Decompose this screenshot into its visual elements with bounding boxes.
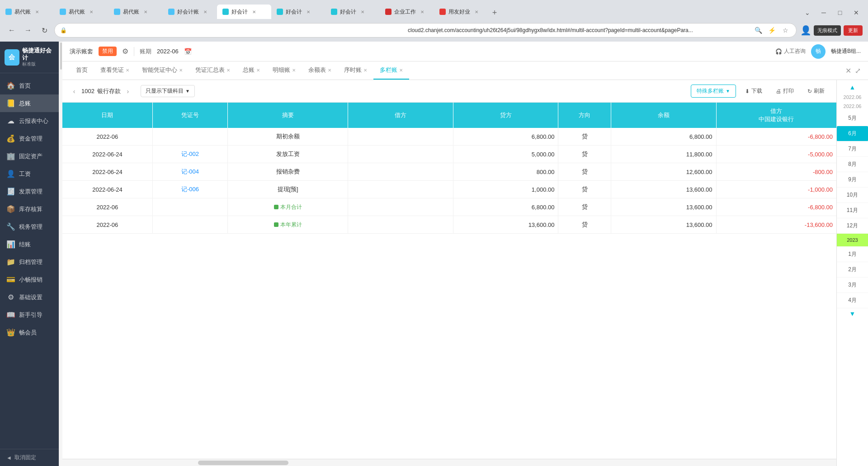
browser-tab-1[interactable]: 易代账 ✕: [0, 5, 54, 19]
tab-close-3[interactable]: ✕: [144, 9, 147, 14]
sidebar-scroll-thumb[interactable]: [60, 42, 62, 70]
tab-home[interactable]: 首页: [70, 61, 94, 80]
bookmark-icon[interactable]: ☆: [780, 25, 791, 36]
download-button[interactable]: ⬇ 下载: [741, 85, 767, 97]
month-item-6[interactable]: 6月: [837, 126, 868, 141]
tab-close-2[interactable]: ✕: [90, 9, 93, 14]
tab-smart-voucher[interactable]: 智能凭证中心 ✕: [136, 61, 189, 80]
sidebar-item-cloud-report[interactable]: ☁ 云报表中心: [0, 112, 59, 130]
month-item-5[interactable]: 5月: [837, 111, 868, 126]
tab-view-voucher-close[interactable]: ✕: [126, 68, 129, 73]
calendar-icon[interactable]: 📅: [184, 48, 192, 55]
consult-button[interactable]: 🎧 人工咨询: [775, 47, 806, 55]
browser-tab-4[interactable]: 好会计账 ✕: [163, 5, 217, 19]
sidebar-item-home[interactable]: 🏠 首页: [0, 77, 59, 94]
print-button[interactable]: 🖨 打印: [771, 85, 798, 97]
sidebar-item-invoice[interactable]: 🧾 发票管理: [0, 183, 59, 200]
month-item-4-2023[interactable]: 4月: [837, 293, 868, 308]
tab-close-7[interactable]: ✕: [361, 9, 364, 14]
sidebar-item-fixed-assets[interactable]: 🏢 固定资产: [0, 147, 59, 165]
scrollbar-thumb[interactable]: [198, 461, 288, 465]
month-item-11[interactable]: 11月: [837, 203, 868, 218]
month-item-3-2023[interactable]: 3月: [837, 278, 868, 293]
special-multi-button[interactable]: 特殊多栏账 ▼: [691, 85, 736, 98]
browser-tab-8[interactable]: 企业工作 ✕: [380, 5, 434, 19]
reload-button[interactable]: ↻: [38, 24, 51, 37]
sidebar-item-payroll[interactable]: 👤 工资: [0, 165, 59, 183]
new-tab-button[interactable]: +: [488, 6, 501, 19]
browser-tab-5[interactable]: 好会计 ✕: [217, 5, 271, 19]
month-scroll-up-button[interactable]: ▲: [837, 82, 868, 93]
ledger-table-container[interactable]: 日期 凭证号 摘要 借方 贷方 方向 余额 借方中国建设银行: [62, 103, 836, 459]
month-item-1-2023[interactable]: 1月: [837, 247, 868, 262]
forward-button[interactable]: →: [22, 24, 34, 37]
profile-icon[interactable]: 👤: [800, 25, 811, 36]
next-subject-button[interactable]: ›: [123, 87, 132, 96]
refresh-button[interactable]: ↻ 刷新: [803, 85, 829, 97]
tab-close-6[interactable]: ✕: [307, 9, 310, 14]
tab-balance[interactable]: 余额表 ✕: [302, 61, 338, 80]
sidebar-item-member[interactable]: 👑 畅会员: [0, 324, 59, 341]
tab-close-1[interactable]: ✕: [35, 9, 39, 14]
sidebar-item-inventory[interactable]: 📦 库存核算: [0, 200, 59, 218]
sidebar-item-archive[interactable]: 📁 归档管理: [0, 253, 59, 271]
user-name[interactable]: 畅捷通B组...: [831, 47, 861, 55]
month-scroll-down-button[interactable]: ▼: [837, 308, 868, 319]
tab-close-4[interactable]: ✕: [203, 9, 207, 14]
month-item-10[interactable]: 10月: [837, 188, 868, 203]
browser-tab-3[interactable]: 易代账 ✕: [108, 5, 163, 19]
sidebar-item-tax[interactable]: 🔧 税务管理: [0, 218, 59, 235]
voucher-link[interactable]: 记-006: [181, 186, 199, 193]
back-button[interactable]: ←: [5, 24, 18, 37]
tab-close-8[interactable]: ✕: [420, 9, 424, 14]
tab-journal[interactable]: 序时账 ✕: [338, 61, 373, 80]
tab-general-ledger-close[interactable]: ✕: [256, 68, 260, 73]
tab-detail-ledger[interactable]: 明细账 ✕: [266, 61, 302, 80]
tab-detail-ledger-close[interactable]: ✕: [292, 68, 296, 73]
tab-balance-close[interactable]: ✕: [328, 68, 331, 73]
update-button[interactable]: 更新: [844, 25, 863, 36]
minimize-button[interactable]: ─: [817, 6, 830, 19]
month-item-7[interactable]: 7月: [837, 141, 868, 157]
incognito-button[interactable]: 无痕模式: [814, 25, 841, 36]
sidebar-item-close-account[interactable]: 📊 结账: [0, 235, 59, 253]
extension-icon[interactable]: ⚡: [766, 25, 777, 36]
horizontal-scrollbar[interactable]: [62, 459, 836, 466]
search-icon[interactable]: 🔍: [753, 25, 764, 36]
tab-voucher-summary-close[interactable]: ✕: [226, 68, 230, 73]
browser-tab-7[interactable]: 好会计 ✕: [326, 5, 380, 19]
month-item-8[interactable]: 8月: [837, 157, 868, 172]
sidebar-item-expense[interactable]: 💳 小畅报销: [0, 271, 59, 288]
sidebar-item-fund[interactable]: 💰 资金管理: [0, 130, 59, 147]
tab-list-button[interactable]: ⌄: [801, 6, 814, 19]
browser-tab-9[interactable]: 用友好业 ✕: [434, 5, 488, 19]
unpin-button[interactable]: ◄ 取消固定: [6, 454, 52, 461]
tab-voucher-summary[interactable]: 凭证汇总表 ✕: [189, 61, 236, 80]
tab-close-9[interactable]: ✕: [475, 9, 478, 14]
panel-maximize-icon[interactable]: ⤢: [855, 66, 861, 75]
prev-subject-button[interactable]: ‹: [70, 87, 79, 96]
panel-close-icon[interactable]: ✕: [845, 66, 851, 75]
browser-tab-2[interactable]: 易代账 ✕: [54, 5, 108, 19]
voucher-link[interactable]: 记-004: [181, 168, 199, 175]
tab-journal-close[interactable]: ✕: [363, 68, 367, 73]
tab-view-voucher[interactable]: 查看凭证 ✕: [94, 61, 136, 80]
user-avatar[interactable]: 畅: [811, 44, 826, 59]
window-close-button[interactable]: ✕: [850, 6, 863, 19]
tab-multi-column[interactable]: 多栏账 ✕: [373, 61, 409, 80]
tab-general-ledger[interactable]: 总账 ✕: [236, 61, 266, 80]
month-item-9[interactable]: 9月: [837, 172, 868, 188]
maximize-button[interactable]: □: [834, 6, 846, 19]
tab-multi-column-close[interactable]: ✕: [399, 68, 403, 73]
sidebar-scrollbar[interactable]: [59, 42, 62, 466]
tab-smart-voucher-close[interactable]: ✕: [179, 68, 183, 73]
voucher-link[interactable]: 记-002: [181, 151, 199, 157]
address-bar[interactable]: 🔒 cloud2.chanjet.com/accounting/uh26t264…: [54, 23, 797, 38]
month-item-2-2023[interactable]: 2月: [837, 262, 868, 278]
sidebar-item-settings[interactable]: ⚙ 基础设置: [0, 288, 59, 306]
month-item-12[interactable]: 12月: [837, 218, 868, 234]
settings-gear-icon[interactable]: ⚙: [122, 47, 128, 56]
filter-dropdown[interactable]: 只显示下级科目 ▼: [141, 85, 195, 97]
sidebar-item-guide[interactable]: 📖 新手引导: [0, 306, 59, 324]
tab-close-5[interactable]: ✕: [252, 9, 256, 14]
